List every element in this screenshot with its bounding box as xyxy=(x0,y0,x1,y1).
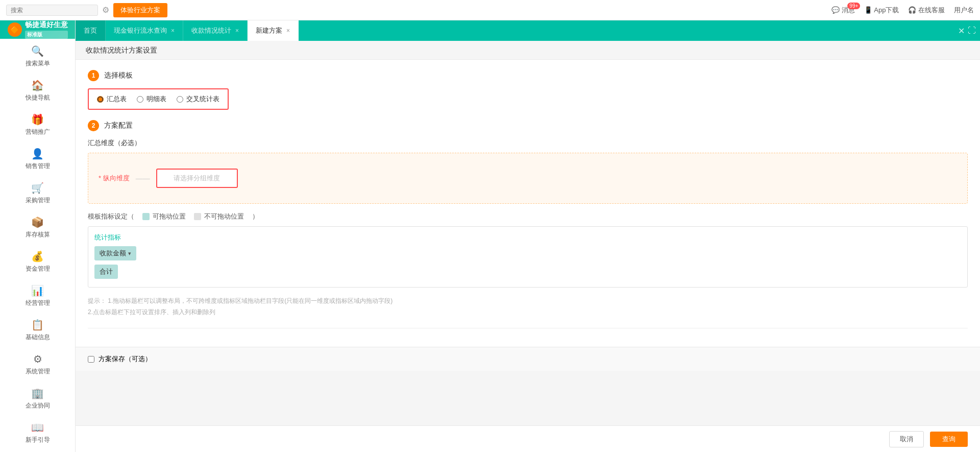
tip1: 提示： 1.拖动标题栏可以调整布局，不可跨维度或指标区域拖动栏目字段(只能在同一… xyxy=(88,296,968,307)
main-layout: 🔶 畅捷通好生意 标准版 🔍 搜索菜单 🏠 快捷导航 🎁 营销推广 👤 销售管理… xyxy=(0,20,980,452)
step2-number: 2 xyxy=(88,120,99,131)
step2-title: 方案配置 xyxy=(104,121,133,130)
sidebar-item-operation[interactable]: 📊 经营管理 xyxy=(0,278,75,313)
radio-summary-label: 汇总表 xyxy=(107,94,127,104)
radio-cross-input[interactable] xyxy=(177,96,183,103)
step1-number: 1 xyxy=(88,70,99,81)
tips-section: 提示： 1.拖动标题栏可以调整布局，不可跨维度或指标区域拖动栏目字段(只能在同一… xyxy=(88,296,968,318)
indicator-subtag-total[interactable]: 合计 xyxy=(94,265,118,279)
search-menu-icon: 🔍 xyxy=(31,45,44,57)
cancel-button[interactable]: 取消 xyxy=(889,431,924,447)
step1-title: 选择模板 xyxy=(104,71,133,80)
download-icon: 📱 xyxy=(864,6,872,14)
sidebar-item-basic-info[interactable]: 📋 基础信息 xyxy=(0,313,75,347)
template-selection: 汇总表 明细表 交叉统计表 xyxy=(88,88,229,110)
sidebar-item-label: 快捷导航 xyxy=(26,93,50,102)
template-radio-group: 汇总表 明细表 交叉统计表 xyxy=(97,94,219,104)
scheme-config: 汇总维度（必选） * 纵向维度 —— 请选择分组维度 xyxy=(88,138,968,318)
save-option: 方案保存（可选） xyxy=(76,347,980,371)
enterprise-coop-icon: 🏢 xyxy=(31,387,44,399)
tab-bank-flow[interactable]: 现金银行流水查询 × xyxy=(106,20,183,41)
sidebar-item-label: 基础信息 xyxy=(26,333,50,342)
dimension-area: * 纵向维度 —— 请选择分组维度 xyxy=(88,153,968,204)
step2-header: 2 方案配置 xyxy=(88,120,968,131)
indicator-tag-receipt-amount[interactable]: 收款金额 ▾ xyxy=(94,246,136,260)
content-area: 首页 现金银行流水查询 × 收款情况统计 × 新建方案 × ✕ ⛶ 收款情况统计… xyxy=(76,20,980,452)
legend-draggable-box xyxy=(142,213,150,220)
tab-bank-flow-close[interactable]: × xyxy=(171,27,175,34)
sidebar-item-smart-hardware[interactable]: 🖥 智能硬件 xyxy=(0,449,75,452)
tag-chevron-icon: ▾ xyxy=(128,250,131,257)
sidebar-item-inventory[interactable]: 📦 库存核算 xyxy=(0,210,75,244)
logo-text: 畅捷通好生意 xyxy=(25,20,68,30)
page-title-bar: 收款情况统计方案设置 xyxy=(76,41,980,60)
tab-receipt-stats-label: 收款情况统计 xyxy=(191,26,231,35)
tab-new-scheme[interactable]: 新建方案 × xyxy=(248,20,299,41)
sidebar-item-search-menu[interactable]: 🔍 搜索菜单 xyxy=(0,39,75,73)
dimension-placeholder[interactable]: 请选择分组维度 xyxy=(156,169,238,188)
radio-detail-input[interactable] xyxy=(137,96,143,103)
sidebar-item-capital[interactable]: 💰 资金管理 xyxy=(0,244,75,278)
sidebar-item-label: 经营管理 xyxy=(26,299,50,307)
tab-close-all-icon[interactable]: ✕ xyxy=(958,26,965,36)
sidebar-item-sales[interactable]: 👤 销售管理 xyxy=(0,141,75,176)
query-button[interactable]: 查询 xyxy=(930,432,968,447)
tab-receipt-stats-close[interactable]: × xyxy=(235,27,239,34)
vertical-dimension-label: * 纵向维度 xyxy=(99,174,130,183)
save-option-checkbox[interactable] xyxy=(88,356,94,363)
sidebar-item-enterprise-coop[interactable]: 🏢 企业协同 xyxy=(0,381,75,415)
tab-expand-icon[interactable]: ⛶ xyxy=(968,26,976,35)
newcomer-icon: 📖 xyxy=(31,421,44,434)
sidebar-item-purchase[interactable]: 🛒 采购管理 xyxy=(0,176,75,210)
sidebar-item-label: 搜索菜单 xyxy=(26,59,50,68)
sidebar-item-marketing[interactable]: 🎁 营销推广 xyxy=(0,107,75,141)
operation-icon: 📊 xyxy=(31,284,44,297)
sidebar-logo: 🔶 畅捷通好生意 标准版 xyxy=(0,20,75,39)
indicator-area: 统计指标 收款金额 ▾ 合计 xyxy=(88,226,968,288)
subtag-total-label: 合计 xyxy=(100,267,113,276)
sidebar-item-label: 新手引导 xyxy=(26,436,50,444)
system-icon: ⚙ xyxy=(33,353,42,365)
trial-btn[interactable]: 体验行业方案 xyxy=(113,3,167,17)
tab-receipt-stats[interactable]: 收款情况统计 × xyxy=(183,20,248,41)
download-area[interactable]: 📱 App下载 xyxy=(864,6,899,15)
sidebar-item-label: 企业协同 xyxy=(26,401,50,410)
radio-cross[interactable]: 交叉统计表 xyxy=(177,94,219,104)
tab-bar: 首页 现金银行流水查询 × 收款情况统计 × 新建方案 × ✕ ⛶ xyxy=(76,20,980,41)
marketing-icon: 🎁 xyxy=(31,113,44,126)
sidebar-item-newcomer[interactable]: 📖 新手引导 xyxy=(0,415,75,449)
indicator-header-close: ） xyxy=(252,212,259,221)
legend-non-draggable: 不可拖动位置 xyxy=(194,212,244,221)
tab-new-scheme-close[interactable]: × xyxy=(286,27,290,34)
indicator-category-label: 统计指标 xyxy=(94,233,961,242)
service-icon: 🎧 xyxy=(908,6,916,14)
notification-area[interactable]: 💬 消息 99+ xyxy=(831,6,855,15)
radio-detail[interactable]: 明细表 xyxy=(137,94,166,104)
service-label: 在线客服 xyxy=(918,6,945,14)
quick-nav-icon: 🏠 xyxy=(31,79,44,91)
tab-home-label: 首页 xyxy=(84,26,97,35)
header-right: 💬 消息 99+ 📱 App下载 🎧 在线客服 用户名 xyxy=(831,6,974,15)
save-option-label: 方案保存（可选） xyxy=(99,354,152,364)
dimension-row: * 纵向维度 —— 请选择分组维度 xyxy=(99,169,957,188)
step1-section: 1 选择模板 汇总表 明细表 xyxy=(88,70,968,110)
footer-action-bar: 取消 查询 xyxy=(76,425,980,452)
sidebar-item-system[interactable]: ⚙ 系统管理 xyxy=(0,347,75,381)
sidebar-item-label: 库存核算 xyxy=(26,230,50,239)
service-area[interactable]: 🎧 在线客服 xyxy=(908,6,945,15)
inventory-icon: 📦 xyxy=(31,216,44,228)
sidebar-item-label: 采购管理 xyxy=(26,196,50,205)
tab-home[interactable]: 首页 xyxy=(76,20,106,41)
radio-summary[interactable]: 汇总表 xyxy=(97,94,127,104)
user-name[interactable]: 用户名 xyxy=(954,6,974,15)
tab-bank-flow-label: 现金银行流水查询 xyxy=(114,26,167,35)
radio-summary-input[interactable] xyxy=(97,96,104,103)
sidebar-item-quick-nav[interactable]: 🏠 快捷导航 xyxy=(0,73,75,107)
search-input[interactable] xyxy=(6,5,98,16)
step2-section: 2 方案配置 汇总维度（必选） * 纵向维度 —— 请选择分组维度 xyxy=(88,120,968,318)
logo-icon: 🔶 xyxy=(8,22,22,37)
gear-icon[interactable]: ⚙ xyxy=(102,5,109,15)
indicator-section: 模板指标设定（ 可拖动位置 不可拖动位置 ） xyxy=(88,212,968,288)
tab-bar-actions: ✕ ⛶ xyxy=(958,26,980,36)
top-header: ⚙ 体验行业方案 💬 消息 99+ 📱 App下载 🎧 在线客服 用户名 xyxy=(0,0,980,20)
